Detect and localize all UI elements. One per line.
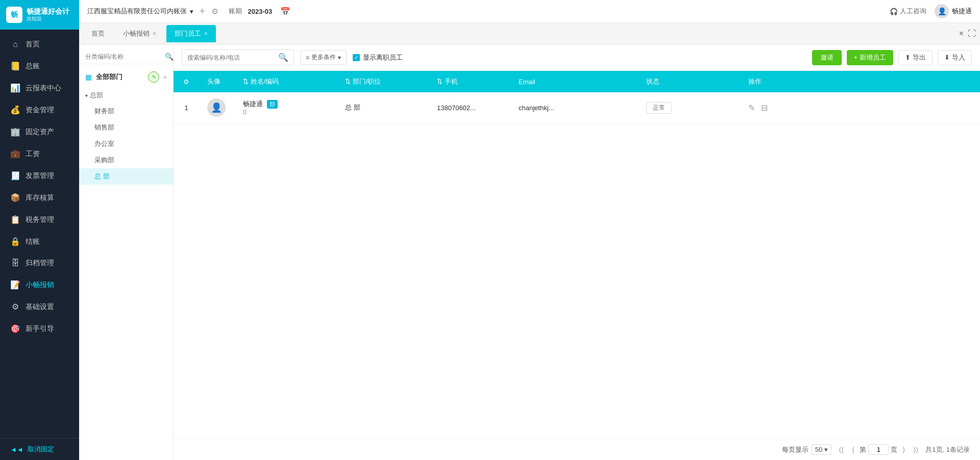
export-button[interactable]: ⬆ 导出 (898, 50, 933, 65)
add-employee-button[interactable]: + 新增员工 (847, 50, 893, 65)
sidebar-item-fixed-assets[interactable]: 🏢 固定资产 (0, 121, 79, 143)
archive-icon: 🗄 (10, 259, 20, 268)
edit-employee-button[interactable]: ✎ (748, 103, 755, 113)
logout-employee-button[interactable]: ⊟ (761, 103, 768, 113)
dept-item-sales[interactable]: 销售部 (79, 119, 173, 136)
settings-icon[interactable]: ⚙ (211, 7, 218, 16)
export-label: 导出 (913, 53, 926, 62)
employee-code: 0 (243, 109, 329, 116)
sidebar-item-invoice[interactable]: 🧾 发票管理 (0, 165, 79, 187)
col-dept-position[interactable]: ⇅ 部门/职位 (337, 71, 429, 92)
dept-item-label: 采购部 (94, 156, 114, 164)
tax-icon: 📋 (10, 215, 20, 224)
sidebar-item-close[interactable]: 🔒 结账 (0, 231, 79, 252)
service-button[interactable]: 🎧 人工咨询 (890, 7, 926, 16)
import-button[interactable]: ⬇ 导入 (938, 50, 972, 65)
dept-item-label: 财务部 (94, 107, 114, 115)
col-name-code[interactable]: ⇅ 姓名/编码 (235, 71, 337, 92)
close-tab-xiaochang[interactable]: × (153, 30, 156, 37)
chevron-down-icon: ▾ (338, 54, 341, 61)
sidebar-item-salary[interactable]: 💼 工资 (0, 143, 79, 165)
sidebar-item-reports[interactable]: 📊 云报表中心 (0, 77, 79, 99)
prev-page-button[interactable]: ⟨ (849, 445, 857, 455)
dept-item-finance[interactable]: 财务部 (79, 103, 173, 119)
col-phone[interactable]: ⇅ 手机 (429, 71, 510, 92)
dept-item-purchase[interactable]: 采购部 (79, 152, 173, 168)
first-page-button[interactable]: ⟨⟨ (836, 445, 847, 455)
dept-item-general[interactable]: 总 部 (79, 168, 173, 185)
sidebar-item-tax[interactable]: 📋 税务管理 (0, 209, 79, 231)
employee-search-input[interactable] (187, 54, 275, 61)
dept-search-area: 🔍 (79, 49, 173, 64)
dept-search-input[interactable] (85, 53, 162, 60)
dept-group-zongbu[interactable]: ▾ 总部 (79, 88, 173, 103)
page-unit: 页 (891, 445, 897, 454)
dept-item-office[interactable]: 办公室 (79, 136, 173, 152)
tabbar-actions: × ⛶ (959, 29, 976, 38)
cancel-fixed-button[interactable]: ◄◄ 取消固定 (0, 438, 79, 460)
dept-edit-button[interactable]: ✎ (148, 71, 159, 83)
search-icon[interactable]: 🔍 (278, 53, 288, 62)
sort-icon: ⇅ (243, 78, 251, 85)
dept-search-icon[interactable]: 🔍 (165, 53, 174, 61)
sidebar-item-label: 小畅报销 (26, 280, 54, 290)
tab-xiaochang-expense[interactable]: 小畅报销 × (115, 25, 164, 42)
close-all-tabs-button[interactable]: × (959, 29, 964, 38)
add-company-button[interactable]: + (200, 6, 205, 17)
period-label: 账期 (229, 7, 242, 16)
logo-icon: 畅 (6, 7, 22, 23)
sidebar-item-archive[interactable]: 🗄 归档管理 (0, 252, 79, 274)
sidebar-item-general-ledger[interactable]: 📒 总账 (0, 55, 79, 77)
last-page-button[interactable]: ⟩⟩ (910, 445, 921, 455)
sidebar-item-label: 基础设置 (26, 302, 54, 312)
sidebar-item-label: 总账 (26, 62, 40, 71)
sidebar-item-label: 新手引导 (26, 324, 54, 334)
topbar: 江西服宝精品有限责任公司内账张 ▾ + ⚙ 账期 2023-03 📅 🎧 人工咨… (79, 0, 980, 23)
cell-dept: 总 部 (337, 92, 429, 123)
sidebar-item-xiaochang[interactable]: 📝 小畅报销 (0, 274, 79, 296)
invite-button[interactable]: 邀请 (812, 50, 842, 65)
sidebar-item-basic[interactable]: ⚙ 基础设置 (0, 296, 79, 318)
employee-avatar: 👤 (207, 98, 226, 117)
app-version: 旗舰版 (27, 15, 69, 22)
all-dept-header[interactable]: ▦ 全部部门 ✎ « (79, 68, 173, 86)
company-selector[interactable]: 江西服宝精品有限责任公司内账张 ▾ (87, 7, 193, 16)
col-settings[interactable]: ⚙ (174, 71, 199, 92)
next-page-button[interactable]: ⟩ (899, 445, 908, 455)
filter-icon: ≡ (306, 54, 309, 61)
tab-home[interactable]: 首页 (83, 25, 113, 42)
filter-label: 更多条件 (311, 53, 336, 62)
total-records-label: 共1页, 1条记录 (925, 445, 970, 454)
service-label: 人工咨询 (900, 7, 926, 16)
page-input[interactable] (868, 444, 889, 455)
sidebar-item-funds[interactable]: 💰 资金管理 (0, 99, 79, 121)
all-dept-label: 全部部门 (96, 72, 144, 82)
per-page-select[interactable]: 50 ▾ (812, 444, 831, 455)
calendar-icon[interactable]: 📅 (280, 7, 290, 16)
show-resigned-toggle[interactable]: ✓ 显示离职员工 (353, 53, 403, 62)
pin-icon: ◄◄ (10, 446, 23, 453)
sidebar-item-home[interactable]: ⌂ 首页 (0, 34, 79, 55)
tab-dept-employee[interactable]: 部门员工 × (166, 25, 216, 42)
expand-tabs-button[interactable]: ⛶ (968, 29, 976, 38)
basic-icon: ⚙ (10, 302, 20, 312)
import-icon: ⬇ (944, 54, 950, 61)
export-icon: ⬆ (905, 54, 911, 61)
dept-panel: 🔍 ▦ 全部部门 ✎ « ▾ 总部 财务部 (79, 44, 174, 460)
sidebar-item-inventory[interactable]: 📦 库存核算 (0, 187, 79, 209)
per-page-selector: 每页显示 50 ▾ (782, 444, 831, 455)
dept-item-label: 总 部 (94, 172, 110, 180)
show-resigned-checkbox[interactable]: ✓ (353, 54, 360, 61)
close-accounts-icon: 🔒 (10, 237, 20, 246)
sidebar-item-guide[interactable]: 🎯 新手引导 (0, 318, 79, 340)
action-icons: ✎ ⊟ (748, 103, 972, 113)
name-code-cell: 畅捷通 部 (243, 99, 329, 109)
nav-menu: ⌂ 首页 📒 总账 📊 云报表中心 💰 资金管理 🏢 固定资产 💼 工资 🧾 发… (0, 30, 79, 438)
user-menu[interactable]: 👤 畅捷通 (935, 4, 972, 18)
employee-layout: 🔍 ▦ 全部部门 ✎ « ▾ 总部 财务部 (79, 44, 980, 460)
close-tab-dept[interactable]: × (204, 30, 208, 37)
filter-button[interactable]: ≡ 更多条件 ▾ (300, 50, 347, 65)
employee-toolbar: 🔍 ≡ 更多条件 ▾ ✓ 显示离职员工 邀请 + 新增员工 (174, 44, 980, 71)
dept-collapse-icon[interactable]: « (163, 73, 167, 81)
sidebar-item-label: 归档管理 (26, 259, 54, 268)
